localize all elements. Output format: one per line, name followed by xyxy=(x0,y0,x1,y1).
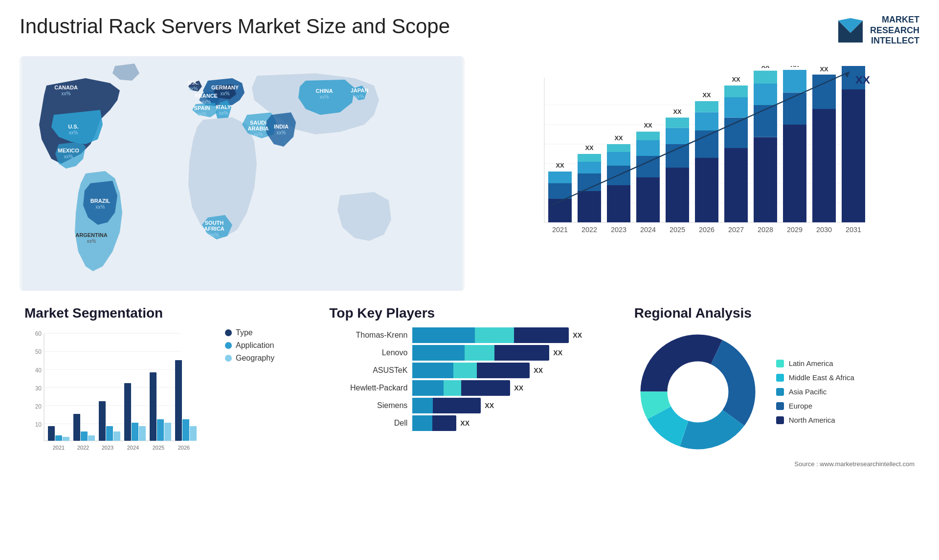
svg-text:xx%: xx% xyxy=(62,91,71,96)
svg-text:XX: XX xyxy=(820,66,828,73)
svg-rect-70 xyxy=(695,101,718,112)
svg-text:XX: XX xyxy=(849,66,858,67)
svg-rect-122 xyxy=(63,437,69,441)
svg-text:U.S.: U.S. xyxy=(68,124,78,129)
svg-text:xx%: xx% xyxy=(96,204,105,210)
logo-line3: INTELLECT xyxy=(870,36,919,46)
svg-rect-43 xyxy=(548,199,572,222)
svg-text:xx%: xx% xyxy=(221,91,230,96)
svg-text:2031: 2031 xyxy=(846,226,861,234)
svg-rect-120 xyxy=(48,426,55,441)
svg-rect-140 xyxy=(175,360,182,441)
player-bar-3: XX xyxy=(412,381,609,395)
reg-label-north-america: North America xyxy=(789,416,835,424)
reg-dot-europe xyxy=(776,402,784,410)
svg-text:xx%: xx% xyxy=(64,154,73,159)
svg-text:AFRICA: AFRICA xyxy=(204,226,224,232)
svg-rect-136 xyxy=(150,372,156,441)
svg-text:40: 40 xyxy=(35,367,42,374)
svg-rect-50 xyxy=(578,154,601,162)
legend-geography: Geography xyxy=(225,354,274,363)
svg-rect-83 xyxy=(783,70,806,92)
svg-text:SPAIN: SPAIN xyxy=(194,105,210,111)
svg-text:U.K.: U.K. xyxy=(188,80,199,86)
legend-label-type: Type xyxy=(236,328,253,337)
reg-legend-latin-america: Latin America xyxy=(776,359,854,367)
reg-label-latin-america: Latin America xyxy=(789,359,833,367)
player-bar-1: XX xyxy=(412,346,609,360)
svg-text:GERMANY: GERMANY xyxy=(211,85,239,90)
page-title: Industrial Rack Servers Market Size and … xyxy=(20,15,450,38)
svg-text:xx%: xx% xyxy=(202,99,211,105)
svg-rect-77 xyxy=(754,137,777,222)
legend-dot-geography xyxy=(225,355,232,362)
svg-rect-128 xyxy=(99,401,106,441)
svg-rect-45 xyxy=(548,172,572,183)
players-section: Top Key Players Thomas-Krenn XX Leno xyxy=(324,301,614,473)
player-name-1: Lenovo xyxy=(329,348,407,357)
growth-chart-svg: XX XX XX XX xyxy=(484,66,910,261)
svg-rect-62 xyxy=(666,168,689,222)
svg-rect-74 xyxy=(724,97,748,118)
table-row: Siemens XX xyxy=(329,399,609,412)
logo-icon xyxy=(836,16,865,45)
svg-text:XX: XX xyxy=(790,66,799,68)
svg-text:2025: 2025 xyxy=(153,445,164,451)
svg-text:2029: 2029 xyxy=(787,226,803,234)
svg-text:60: 60 xyxy=(35,330,42,337)
svg-rect-82 xyxy=(783,92,806,125)
svg-text:SAUDI: SAUDI xyxy=(250,120,267,126)
svg-rect-121 xyxy=(55,435,62,441)
svg-rect-133 xyxy=(132,423,138,441)
svg-text:XX: XX xyxy=(556,162,564,169)
player-bar-4: XX xyxy=(412,399,609,412)
svg-rect-130 xyxy=(113,431,120,441)
reg-legend-north-america: North America xyxy=(776,416,854,424)
reg-label-middle-east-africa: Middle East & Africa xyxy=(789,373,854,382)
svg-text:INDIA: INDIA xyxy=(274,124,289,129)
bottom-row: Market Segmentation 60 50 40 30 20 xyxy=(20,301,919,473)
player-name-3: Hewlett-Packard xyxy=(329,384,407,392)
legend-type: Type xyxy=(225,328,274,337)
svg-text:XX: XX xyxy=(644,122,652,129)
svg-rect-65 xyxy=(666,117,689,128)
svg-text:2024: 2024 xyxy=(640,226,656,234)
svg-rect-69 xyxy=(695,112,718,130)
top-row: CANADA xx% U.S. xx% MEXICO xx% BRAZIL xx… xyxy=(20,56,919,291)
svg-rect-63 xyxy=(666,144,689,168)
svg-text:xx%: xx% xyxy=(210,232,219,237)
regional-content: Latin America Middle East & Africa Asia … xyxy=(634,328,915,455)
svg-rect-126 xyxy=(88,435,95,441)
player-value-4: XX xyxy=(485,402,494,409)
svg-rect-54 xyxy=(607,152,630,166)
svg-rect-142 xyxy=(190,426,197,441)
svg-text:10: 10 xyxy=(35,421,42,428)
svg-text:xx%: xx% xyxy=(69,130,78,135)
svg-text:2021: 2021 xyxy=(552,226,568,234)
table-row: Dell XX xyxy=(329,416,609,430)
reg-legend-europe: Europe xyxy=(776,402,854,410)
reg-dot-middle-east-africa xyxy=(776,374,784,382)
world-map: CANADA xx% U.S. xx% MEXICO xx% BRAZIL xx… xyxy=(20,56,465,291)
svg-text:xx%: xx% xyxy=(254,132,263,137)
svg-text:XX: XX xyxy=(614,134,623,142)
player-bar-5: XX xyxy=(412,416,609,430)
reg-label-asia-pacific: Asia Pacific xyxy=(789,388,827,396)
svg-text:XX: XX xyxy=(585,144,594,151)
player-bar-0: XX xyxy=(412,328,609,342)
legend-label-application: Application xyxy=(236,341,274,350)
svg-rect-124 xyxy=(73,414,80,441)
svg-rect-75 xyxy=(724,86,748,97)
segmentation-title: Market Segmentation xyxy=(24,305,305,321)
svg-rect-64 xyxy=(666,128,689,144)
svg-text:XX: XX xyxy=(673,108,682,115)
svg-rect-68 xyxy=(695,130,718,158)
svg-rect-72 xyxy=(724,148,748,222)
reg-legend-middle-east-africa: Middle East & Africa xyxy=(776,373,854,382)
svg-rect-67 xyxy=(695,158,718,222)
svg-rect-86 xyxy=(842,89,865,222)
svg-rect-81 xyxy=(783,125,806,222)
svg-text:20: 20 xyxy=(35,403,42,410)
seg-legend: Type Application Geography xyxy=(225,328,274,363)
legend-application: Application xyxy=(225,341,274,350)
